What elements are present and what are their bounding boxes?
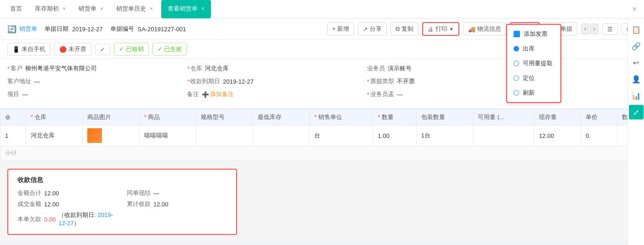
add-invoice-item[interactable]: 添加发票 [507, 27, 560, 41]
refresh-icon [514, 90, 519, 96]
doc-number-value: SA-20191227-001 [138, 26, 186, 33]
due-date-required: * [187, 78, 189, 85]
salesperson-required: * [367, 91, 369, 98]
tab-inventory-init[interactable]: 库存期初 × [28, 0, 72, 18]
effective-label: 已生效 [164, 46, 182, 52]
doc-actions: + 新增 ↗ 分享 ⧉ 复制 🖨 打印 ▼ 🚚 物流信息 ⊞ 操作 [327, 22, 637, 36]
tab-view-sales-close[interactable]: × [201, 6, 204, 12]
tab-view-sales[interactable]: 查看销货单 × [161, 0, 211, 18]
col-pack-qty: 包装数量 [416, 109, 473, 125]
warehouse-label: 仓库 [190, 64, 202, 73]
col-gear: ⚙ [0, 109, 26, 125]
not-opened-label: 未开票 [68, 45, 86, 53]
add-note-button[interactable]: ➕ 添加备注 [202, 90, 234, 98]
prev-button[interactable]: ‹ [581, 23, 589, 34]
not-opened-button[interactable]: 🔴 未开票 [54, 43, 91, 56]
customer-label: 客户 [11, 64, 23, 73]
add-invoice-icon [514, 31, 520, 37]
print-dropdown-icon: ▼ [449, 27, 454, 32]
sidebar-user-icon[interactable]: 👤 [629, 72, 644, 86]
cell-qty: 1.00 [373, 125, 416, 146]
from-mobile-label: 来自手机 [22, 45, 45, 53]
effective-status-button[interactable]: ✓ 已生效 [153, 43, 187, 56]
mobile-icon: 📱 [12, 46, 20, 53]
payment-transaction-row: 成交金额 12.00 [17, 200, 118, 208]
print-button[interactable]: 🖨 打印 ▼ [422, 22, 459, 36]
sales-table: ⚙ * 仓库 商品图片 * 商品 规格型号 最低库存 * 销售单位 * 数量 包… [0, 109, 644, 160]
sidebar-link-icon[interactable]: 🔗 [629, 39, 644, 53]
list-view-button[interactable]: ☰ [602, 23, 618, 35]
tab-inventory-close[interactable]: × [62, 6, 66, 12]
cell-unit: 台 [310, 125, 373, 146]
copy-label: 复制 [401, 25, 413, 33]
print-label: 打印 [435, 25, 447, 33]
payment-area: 收款信息 金额合计 12.00 同单现结 — 成交金额 12.00 累计收款 1… [0, 160, 644, 243]
col-unit: * 销售单位 [310, 109, 373, 125]
print-icon: 🖨 [428, 26, 434, 33]
effective-check-icon: ✓ [158, 46, 163, 52]
copy-icon: ⧉ [395, 25, 400, 33]
refresh-item[interactable]: 刷新 [507, 85, 560, 100]
due-date-label: 收款到期日 [190, 77, 220, 85]
tab-sales-close[interactable]: × [100, 6, 103, 12]
tab-view-sales-label: 查看销货单 [168, 5, 198, 13]
from-mobile-button[interactable]: 📱 来自手机 [7, 43, 51, 56]
new-button[interactable]: + 新增 [327, 23, 354, 35]
employee-value: 演示账号 [388, 64, 412, 73]
doc-number-meta: 单据编号 SA-20191227-001 [110, 25, 186, 33]
payment-settlement-label: 同单现结 [127, 189, 151, 197]
cell-pack-qty: 1台 [416, 125, 473, 146]
payment-cumulative-label: 累计收款 [127, 200, 151, 208]
logistics-button[interactable]: 🚚 物流信息 [463, 23, 506, 35]
tab-sales-history[interactable]: 销货单历史 × [110, 0, 159, 18]
sidebar-chart-icon[interactable]: 📊 [629, 88, 644, 103]
nav-arrows: ‹ › [581, 23, 599, 34]
payment-total-row: 金额合计 12.00 [17, 189, 118, 197]
col-available: 可用量 (... [473, 109, 534, 125]
share-icon: ↗ [363, 26, 368, 33]
share-button[interactable]: ↗ 分享 [358, 23, 387, 35]
doc-date-label: 单据日期 [45, 25, 68, 33]
tab-home[interactable]: 首页 [4, 0, 28, 18]
address-field: 客户地址 — [7, 77, 187, 85]
copy-button[interactable]: ⧉ 复制 [390, 23, 418, 35]
due-date-note: 2019-12-27 [58, 211, 113, 227]
outbound-item[interactable]: 出库 [507, 41, 560, 56]
salesperson-field: * 业务员孟 — [367, 90, 637, 98]
payment-arrears-label: 本单欠款 [17, 215, 41, 223]
payment-settlement-value: — [153, 190, 159, 197]
gear-icon: ⚙ [5, 114, 11, 121]
add-invoice-label: 添加发票 [524, 30, 548, 38]
sidebar-clipboard-icon[interactable]: 📋 [629, 22, 644, 37]
tab-sales-order[interactable]: 销货单 × [72, 0, 110, 18]
col-min-stock: 最低库存 [253, 109, 309, 125]
locate-item[interactable]: 定位 [507, 71, 560, 85]
window-close-button[interactable]: × [629, 5, 640, 13]
product-image [87, 128, 102, 143]
refresh-label: 刷新 [523, 89, 535, 97]
payment-arrears-value: 0.00 [44, 216, 56, 223]
ticket-icon: 🔴 [59, 46, 67, 53]
cell-available [473, 125, 534, 146]
payment-transaction-value: 12.00 [44, 201, 59, 208]
tab-history-close[interactable]: × [150, 6, 153, 12]
cell-stock: 12.00 [534, 125, 581, 146]
cell-min-stock [253, 125, 309, 146]
tab-bar-right: × [629, 5, 640, 13]
doc-type-title: 🔄 销货单 [7, 25, 37, 34]
customer-required: * [7, 65, 10, 72]
project-field: 项目 — [7, 90, 187, 98]
cell-product: 嘻嘻嘻嘻 [139, 125, 196, 146]
next-button[interactable]: › [590, 23, 599, 34]
available-qty-label: 可用量提取 [523, 59, 553, 68]
confirm-button[interactable]: ✓ [95, 44, 110, 55]
sold-status-button[interactable]: ✓ 已核销 [114, 43, 149, 56]
available-qty-item[interactable]: 可用量提取 [507, 56, 560, 71]
outbound-icon [514, 46, 519, 51]
sidebar-return-icon[interactable]: ↩ [629, 55, 644, 70]
tab-home-label: 首页 [10, 5, 22, 13]
outbound-label: 出库 [523, 45, 535, 53]
sidebar-expand-icon[interactable]: ⤢ [629, 105, 644, 120]
address-value: — [34, 78, 40, 85]
notes-label: 备注 [187, 90, 199, 98]
